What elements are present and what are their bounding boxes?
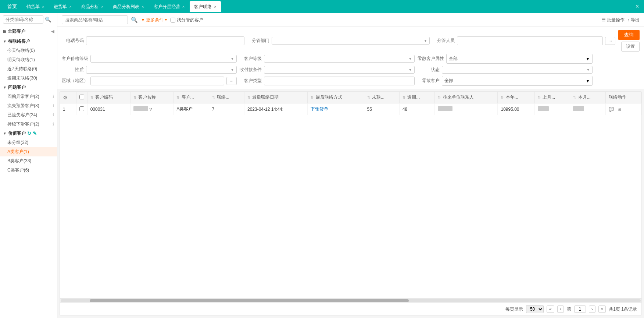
- manager-label: 分管人员: [433, 38, 455, 44]
- sidebar-item-class-b[interactable]: B类客户(33): [0, 156, 57, 166]
- scrollbar-track: [61, 299, 641, 302]
- settings-button[interactable]: 设置: [621, 42, 640, 52]
- price-level-label: 客户价格等级: [62, 56, 88, 62]
- dept-select[interactable]: ▼: [272, 37, 430, 45]
- refresh-icon[interactable]: ↻: [27, 131, 31, 136]
- my-customers-checkbox-label[interactable]: 我分管的客户: [171, 17, 203, 23]
- filter-search-button[interactable]: 🔍: [131, 17, 138, 23]
- first-page-button[interactable]: «: [547, 305, 554, 313]
- nature-select[interactable]: ▼: [86, 66, 237, 74]
- tab-analysis-close[interactable]: ×: [101, 4, 103, 9]
- tab-sales-close[interactable]: ×: [42, 4, 44, 9]
- chat-action-icon[interactable]: 💬: [609, 107, 614, 112]
- batch-op-button[interactable]: ☰ 批量操作: [602, 17, 625, 23]
- th-this-month[interactable]: ⇅ 本月...: [570, 92, 605, 103]
- td-this-year: 10995.00: [498, 103, 534, 115]
- prev-page-button[interactable]: ‹: [557, 305, 564, 313]
- td-last-contact-way[interactable]: 下销货单: [308, 103, 364, 115]
- sidebar-item-declining[interactable]: 持续下滑客户(2) ℹ: [0, 120, 57, 129]
- tab-customer-contact-close[interactable]: ×: [214, 4, 216, 9]
- sidebar-item-tomorrow[interactable]: 明天待联络(1): [0, 55, 57, 64]
- sidebar-search-icon[interactable]: 🔍: [45, 17, 51, 22]
- tab-purchase[interactable]: 进货单 ×: [49, 1, 76, 12]
- table-footer: 每页显示 50 « ‹ 第 › » 共1页 1条记录: [60, 303, 641, 315]
- th-last-month[interactable]: ⇅ 上月...: [534, 92, 570, 103]
- td-num: 1: [60, 103, 76, 115]
- close-all-button[interactable]: ×: [633, 3, 641, 11]
- sort-icon-code: ⇅: [90, 95, 93, 99]
- tab-sales[interactable]: 销货单 ×: [22, 1, 49, 12]
- th-unit-contact[interactable]: ⇅ 往来单位联系人: [435, 92, 498, 103]
- bottom-scrollbar[interactable]: [60, 298, 641, 303]
- my-customers-checkbox[interactable]: [171, 18, 175, 22]
- sidebar-item-repurchase-abnormal[interactable]: 回购异常客户(2) ℹ: [0, 92, 57, 101]
- price-level-select[interactable]: ▼: [90, 55, 237, 63]
- manager-input[interactable]: [457, 36, 603, 45]
- manager-dots-button[interactable]: ···: [605, 37, 615, 45]
- gear-icon[interactable]: ⚙: [63, 95, 68, 100]
- export-button[interactable]: ↑ 导出: [627, 17, 640, 23]
- tab-customer-segment-close[interactable]: ×: [182, 4, 185, 9]
- page-size-select[interactable]: 50: [526, 305, 544, 313]
- page-number-input[interactable]: [574, 305, 586, 313]
- phone-input[interactable]: [86, 36, 244, 45]
- more-conditions-button[interactable]: ▼ 更多条件 ▼: [141, 17, 168, 23]
- sidebar-search-input[interactable]: [3, 15, 43, 24]
- th-last-contact-way[interactable]: ⇅ 最后联络方式: [308, 92, 364, 103]
- table-scroll[interactable]: ⚙ ⇅ 客户编码 ⇅ 客户名称: [60, 92, 641, 298]
- retail-customer-select[interactable]: 全部 ▼: [442, 76, 593, 86]
- sidebar-item-churned[interactable]: 已流失客户(24) ℹ: [0, 110, 57, 120]
- tab-home[interactable]: 首页: [3, 1, 21, 12]
- last-page-button[interactable]: »: [598, 305, 606, 313]
- th-this-year[interactable]: ⇅ 本年...: [498, 92, 534, 103]
- tab-purchase-close[interactable]: ×: [69, 4, 71, 9]
- collapse-sidebar-icon[interactable]: ◀: [51, 29, 54, 34]
- th-overdue[interactable]: ⇅ 逾期...: [399, 92, 434, 103]
- next-page-button[interactable]: ›: [589, 305, 595, 313]
- page-label: 第: [567, 306, 571, 312]
- row-checkbox[interactable]: [79, 106, 84, 111]
- sidebar-item-7days[interactable]: 近7天待联络(0): [0, 64, 57, 74]
- sidebar-group-pending[interactable]: ▼ 待联络客户: [0, 37, 57, 46]
- contact-way-link[interactable]: 下销货单: [311, 106, 328, 112]
- customer-type-input[interactable]: [264, 77, 415, 85]
- this-month-blurred: [573, 106, 584, 111]
- tab-analysis[interactable]: 商品分析 ×: [77, 1, 108, 12]
- filter-form: 电话号码 分管部门 ▼ 分管人员 ··· 查询 设置: [57, 27, 644, 89]
- tab-customer-segment[interactable]: 客户分层经营 ×: [149, 1, 189, 12]
- all-customers-header[interactable]: ⊞ 全部客户 ◀: [0, 26, 57, 37]
- sidebar-item-class-a[interactable]: A类客户(1): [0, 147, 57, 156]
- th-settings[interactable]: ⚙: [60, 92, 76, 103]
- tab-customer-contact[interactable]: 客户联络 ×: [190, 1, 221, 12]
- payment-select[interactable]: ▼: [264, 66, 415, 74]
- th-type[interactable]: ⇅ 客户...: [173, 92, 209, 103]
- grid-action-icon[interactable]: ⊞: [618, 107, 621, 112]
- th-no-contact[interactable]: ⇅ 未联...: [364, 92, 399, 103]
- unit-contact-blurred: [438, 106, 452, 111]
- sidebar-item-class-c[interactable]: C类客户(6): [0, 166, 57, 175]
- tab-analysis-list-close[interactable]: ×: [142, 4, 144, 9]
- th-last-contact-date[interactable]: ⇅ 最后联络日期: [244, 92, 307, 103]
- region-input[interactable]: [90, 77, 224, 85]
- retail-attr-select[interactable]: 全部 ▼: [446, 54, 593, 64]
- customer-level-select[interactable]: ▼: [264, 55, 415, 63]
- status-select[interactable]: ▼: [442, 66, 593, 74]
- sidebar-group-problem[interactable]: ▼ 问题客户: [0, 83, 57, 92]
- th-code[interactable]: ⇅ 客户编码: [87, 92, 130, 103]
- filter-bar: 🔍 ▼ 更多条件 ▼ 我分管的客户 ☰ 批量操作 ↑ 导出: [57, 13, 644, 27]
- grid-icon: ⊞: [3, 29, 6, 34]
- th-name[interactable]: ⇅ 客户名称: [130, 92, 173, 103]
- query-button[interactable]: 查询: [618, 30, 640, 40]
- filter-search-input[interactable]: [62, 15, 128, 24]
- region-dots-button[interactable]: ···: [226, 77, 237, 85]
- tab-analysis-list[interactable]: 商品分析列表 ×: [108, 1, 148, 12]
- sidebar-item-overdue[interactable]: 逾期未联络(30): [0, 74, 57, 83]
- sidebar-item-churn-warning[interactable]: 流失预警客户(3) ℹ: [0, 101, 57, 110]
- sidebar-group-value[interactable]: ▼ 价值客户 ↻ ✎: [0, 129, 57, 138]
- th-contact[interactable]: ⇅ 联络...: [209, 92, 244, 103]
- select-all-checkbox[interactable]: [79, 95, 84, 99]
- edit-icon[interactable]: ✎: [33, 131, 37, 136]
- sidebar-item-today[interactable]: 今天待联络(0): [0, 46, 57, 55]
- sidebar-item-unclassified[interactable]: 未分组(32): [0, 138, 57, 147]
- td-last-month: [534, 103, 570, 115]
